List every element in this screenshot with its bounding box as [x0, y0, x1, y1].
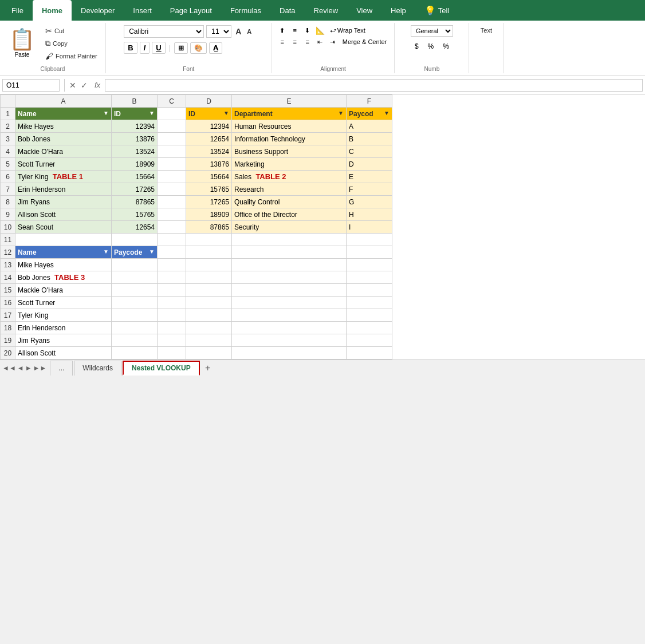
- font-name-select[interactable]: Calibri: [124, 25, 204, 38]
- cell-f6[interactable]: E: [347, 171, 392, 183]
- row-header-5[interactable]: 5: [1, 158, 15, 171]
- cell-d4[interactable]: 13524: [186, 145, 232, 158]
- dropdown-arrow[interactable]: ▼: [103, 110, 109, 116]
- cell-f14[interactable]: [347, 271, 392, 284]
- cell-d13[interactable]: [186, 259, 232, 271]
- cell-d10[interactable]: 87865: [186, 221, 232, 234]
- sheet-tab-nested-vlookup[interactable]: Nested VLOOKUP: [123, 361, 200, 376]
- cell-b10[interactable]: 12654: [112, 221, 158, 234]
- cell-c11[interactable]: [158, 234, 186, 246]
- cell-f12[interactable]: [347, 246, 392, 259]
- font-color-button[interactable]: A̲: [209, 42, 222, 54]
- paste-button[interactable]: 📋 Paste: [5, 25, 40, 60]
- cell-e16[interactable]: [232, 297, 347, 309]
- dropdown-arrow[interactable]: ▼: [103, 248, 109, 255]
- cell-d17[interactable]: [186, 309, 232, 322]
- cell-d20[interactable]: [186, 347, 232, 359]
- row-header-13[interactable]: 13: [1, 259, 15, 271]
- col-header-d[interactable]: D: [186, 95, 232, 108]
- cell-c17[interactable]: [158, 309, 186, 322]
- cell-reference-box[interactable]: [2, 79, 60, 92]
- row-header-14[interactable]: 14: [1, 271, 15, 284]
- cell-e15[interactable]: [232, 284, 347, 297]
- cell-b19[interactable]: [112, 334, 158, 347]
- col-header-c[interactable]: C: [158, 95, 186, 108]
- cell-a11[interactable]: [15, 234, 112, 246]
- cell-d18[interactable]: [186, 322, 232, 334]
- tab-tell[interactable]: 💡 Tell: [415, 0, 459, 21]
- cell-a2[interactable]: Mike Hayes: [15, 120, 112, 133]
- cell-c12[interactable]: [158, 246, 186, 259]
- cell-a19[interactable]: Jim Ryans: [15, 334, 112, 347]
- cell-c2[interactable]: [158, 120, 186, 133]
- cell-a9[interactable]: Allison Scott: [15, 208, 112, 221]
- row-header-3[interactable]: 3: [1, 133, 15, 145]
- cell-b6[interactable]: 15664: [112, 171, 158, 183]
- cell-c16[interactable]: [158, 297, 186, 309]
- cell-b11[interactable]: [112, 234, 158, 246]
- cell-d16[interactable]: [186, 297, 232, 309]
- orientation-button[interactable]: 📐: [314, 25, 326, 35]
- cell-d8[interactable]: 17265: [186, 196, 232, 208]
- cell-f5[interactable]: D: [347, 158, 392, 171]
- row-header-4[interactable]: 4: [1, 145, 15, 158]
- cell-b4[interactable]: 13524: [112, 145, 158, 158]
- tab-insert[interactable]: Insert: [124, 0, 161, 21]
- cell-b1[interactable]: ID ▼: [112, 108, 158, 120]
- nav-last[interactable]: ►►: [33, 364, 47, 372]
- cell-e13[interactable]: [232, 259, 347, 271]
- cell-d12[interactable]: [186, 246, 232, 259]
- cell-c7[interactable]: [158, 183, 186, 196]
- comma-button[interactable]: %: [439, 41, 453, 52]
- cell-c14[interactable]: [158, 271, 186, 284]
- cell-e8[interactable]: Quality Control: [232, 196, 347, 208]
- cell-f19[interactable]: [347, 334, 392, 347]
- cell-e20[interactable]: [232, 347, 347, 359]
- cell-c4[interactable]: [158, 145, 186, 158]
- row-header-15[interactable]: 15: [1, 284, 15, 297]
- cell-a6[interactable]: Tyler King TABLE 1: [15, 171, 112, 183]
- cell-f17[interactable]: [347, 309, 392, 322]
- cell-b5[interactable]: 18909: [112, 158, 158, 171]
- cell-d6[interactable]: 15664: [186, 171, 232, 183]
- cell-a18[interactable]: Erin Henderson: [15, 322, 112, 334]
- cell-f4[interactable]: C: [347, 145, 392, 158]
- cell-a7[interactable]: Erin Henderson: [15, 183, 112, 196]
- cell-a8[interactable]: Jim Ryans: [15, 196, 112, 208]
- cell-a14[interactable]: Bob Jones TABLE 3: [15, 271, 112, 284]
- col-header-e[interactable]: E: [232, 95, 347, 108]
- cell-e10[interactable]: Security: [232, 221, 347, 234]
- col-header-a[interactable]: A: [15, 95, 112, 108]
- cell-b17[interactable]: [112, 309, 158, 322]
- tab-data[interactable]: Data: [270, 0, 304, 21]
- bold-button[interactable]: B: [124, 42, 137, 54]
- row-header-10[interactable]: 10: [1, 221, 15, 234]
- cell-b18[interactable]: [112, 322, 158, 334]
- cell-d19[interactable]: [186, 334, 232, 347]
- cell-e7[interactable]: Research: [232, 183, 347, 196]
- nav-prev[interactable]: ◄: [17, 364, 24, 372]
- cell-c18[interactable]: [158, 322, 186, 334]
- row-header-16[interactable]: 16: [1, 297, 15, 309]
- align-top-button[interactable]: ⬆: [277, 25, 288, 35]
- tab-home[interactable]: Home: [33, 0, 72, 21]
- row-header-12[interactable]: 12: [1, 246, 15, 259]
- tab-help[interactable]: Help: [382, 0, 415, 21]
- cell-c3[interactable]: [158, 133, 186, 145]
- cell-e17[interactable]: [232, 309, 347, 322]
- number-format-select[interactable]: General: [411, 25, 453, 37]
- row-header-2[interactable]: 2: [1, 120, 15, 133]
- sheet-tab-wildcards[interactable]: Wildcards: [74, 361, 121, 376]
- col-header-f[interactable]: F: [347, 95, 392, 108]
- font-grow-button[interactable]: A: [234, 26, 243, 37]
- cell-b12[interactable]: Paycode ▼: [112, 246, 158, 259]
- row-header-1[interactable]: 1: [1, 108, 15, 120]
- cell-a5[interactable]: Scott Turner: [15, 158, 112, 171]
- cell-a17[interactable]: Tyler King: [15, 309, 112, 322]
- cell-c20[interactable]: [158, 347, 186, 359]
- cell-b14[interactable]: [112, 271, 158, 284]
- cell-c9[interactable]: [158, 208, 186, 221]
- cell-d11[interactable]: [186, 234, 232, 246]
- formula-input[interactable]: [105, 79, 643, 92]
- cell-d9[interactable]: 18909: [186, 208, 232, 221]
